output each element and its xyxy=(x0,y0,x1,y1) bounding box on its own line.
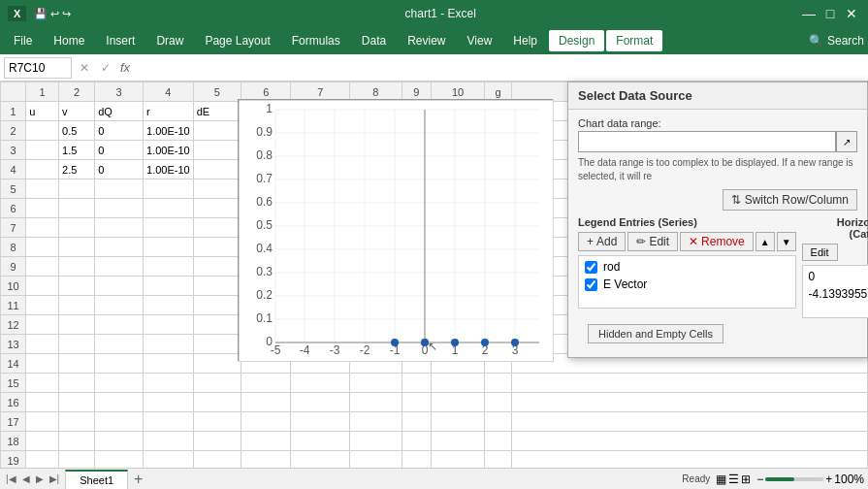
cell[interactable]: 0.5 xyxy=(59,121,95,141)
menu-file[interactable]: File xyxy=(4,30,42,51)
menu-design[interactable]: Design xyxy=(549,30,604,51)
legend-entries-section: Legend Entries (Series) + Add ✏ Edit ✕ xyxy=(578,216,796,318)
cell[interactable] xyxy=(26,121,59,141)
svg-text:-3: -3 xyxy=(330,343,340,357)
move-up-button[interactable]: ▲ xyxy=(755,232,775,251)
menu-view[interactable]: View xyxy=(458,30,502,51)
tab-nav-prev[interactable]: ◀ xyxy=(20,473,32,484)
cell[interactable]: 1.00E-10 xyxy=(144,160,194,179)
menu-help[interactable]: Help xyxy=(503,30,547,51)
tab-nav-first[interactable]: |◀ xyxy=(4,473,18,484)
legend-checkbox-rod[interactable] xyxy=(585,261,597,274)
cell[interactable] xyxy=(26,141,59,160)
move-down-button[interactable]: ▼ xyxy=(777,232,796,251)
cell[interactable] xyxy=(193,160,241,179)
cell[interactable] xyxy=(193,141,241,160)
menu-data[interactable]: Data xyxy=(352,30,396,51)
chart-point-evector xyxy=(511,339,519,346)
col-header-2[interactable]: 2 xyxy=(59,82,95,102)
remove-icon: ✕ xyxy=(689,235,698,248)
chart-data-range-input[interactable] xyxy=(578,131,836,152)
col-header-5[interactable]: 5 xyxy=(193,82,241,102)
row-num: 13 xyxy=(1,335,26,354)
page-layout-view-button[interactable]: ☰ xyxy=(728,473,739,486)
edit-horizontal-button[interactable]: Edit xyxy=(802,244,838,261)
formula-check: ✓ xyxy=(97,61,114,75)
search-label: Search xyxy=(827,34,864,48)
zoom-controls: − + 100% xyxy=(756,473,864,486)
formula-separator: ✕ xyxy=(76,61,93,75)
maximize-button[interactable]: □ xyxy=(821,5,839,22)
sheet-tab-sheet1[interactable]: Sheet1 xyxy=(65,470,128,489)
tab-nav-last[interactable]: ▶| xyxy=(48,473,62,484)
cell[interactable] xyxy=(26,179,59,199)
col-header-1[interactable]: 1 xyxy=(26,82,59,102)
horizontal-list: 0 -4.139395556 xyxy=(802,265,868,318)
dialog-footer: Hidden and Empty Cells xyxy=(578,318,857,349)
menu-page-layout[interactable]: Page Layout xyxy=(195,30,279,51)
search-bar[interactable]: 🔍 Search xyxy=(809,34,864,48)
cell[interactable] xyxy=(193,121,241,141)
cell[interactable]: r xyxy=(144,102,194,121)
zoom-slider[interactable] xyxy=(765,477,823,481)
close-button[interactable]: ✕ xyxy=(843,5,860,22)
cell[interactable]: dE xyxy=(193,102,241,121)
cell[interactable]: 2.5 xyxy=(59,160,95,179)
cell[interactable] xyxy=(26,160,59,179)
menu-formulas[interactable]: Formulas xyxy=(282,30,350,51)
tab-nav-next[interactable]: ▶ xyxy=(34,473,46,484)
col-header-4[interactable]: 4 xyxy=(144,82,194,102)
edit-series-button[interactable]: ✏ Edit xyxy=(627,232,678,251)
cell[interactable]: 0 xyxy=(95,121,144,141)
cell[interactable]: 1.00E-10 xyxy=(144,141,194,160)
cell[interactable]: 0 xyxy=(95,141,144,160)
cell-reference-input[interactable] xyxy=(4,57,72,79)
page-break-view-button[interactable]: ⊞ xyxy=(741,473,751,486)
menu-draw[interactable]: Draw xyxy=(146,30,193,51)
menu-insert[interactable]: Insert xyxy=(96,30,145,51)
legend-item-rod[interactable]: rod xyxy=(581,258,793,276)
menu-format[interactable]: Format xyxy=(606,30,662,51)
chart-area[interactable]: 1 0.9 0.8 0.7 0.6 0.5 0.4 0.3 0.2 0.1 0 xyxy=(238,99,553,361)
tab-bar: |◀ ◀ ▶ ▶| Sheet1 + Ready ▦ ☰ ⊞ − + 100% xyxy=(0,468,868,489)
menu-review[interactable]: Review xyxy=(398,30,455,51)
title-bar: X 💾 ↩ ↪ chart1 - Excel — □ ✕ xyxy=(0,0,868,27)
cell[interactable]: dQ xyxy=(95,102,144,121)
add-sheet-button[interactable]: + xyxy=(128,471,148,488)
zoom-in-button[interactable]: + xyxy=(825,473,832,486)
horiz-item-2: -4.139395556 xyxy=(805,285,868,303)
hidden-empty-cells-button[interactable]: Hidden and Empty Cells xyxy=(588,324,723,343)
switch-row-column-button[interactable]: ⇅ Switch Row/Column xyxy=(723,189,857,211)
cell[interactable]: 1.5 xyxy=(59,141,95,160)
menu-home[interactable]: Home xyxy=(44,30,94,51)
formula-input[interactable] xyxy=(136,59,864,77)
collapse-button[interactable]: ↗ xyxy=(836,131,857,152)
svg-text:↖: ↖ xyxy=(428,340,437,353)
switch-row-column-label: Switch Row/Column xyxy=(745,193,849,207)
row-num: 4 xyxy=(1,160,26,179)
table-row: 17 xyxy=(1,412,868,432)
remove-label: Remove xyxy=(701,235,745,248)
cell[interactable]: v xyxy=(59,102,95,121)
add-series-button[interactable]: + Add xyxy=(578,232,626,251)
legend-checkbox-evector[interactable] xyxy=(585,278,597,291)
col-header-3[interactable]: 3 xyxy=(95,82,144,102)
cell[interactable]: 1.00E-10 xyxy=(144,121,194,141)
row-num: 6 xyxy=(1,199,26,218)
remove-series-button[interactable]: ✕ Remove xyxy=(680,232,754,251)
legend-item-evector[interactable]: E Vector xyxy=(581,276,793,293)
minimize-button[interactable]: — xyxy=(800,5,818,22)
view-controls: ▦ ☰ ⊞ xyxy=(716,473,751,486)
svg-text:0.8: 0.8 xyxy=(256,148,273,162)
svg-text:-5: -5 xyxy=(271,343,281,357)
row-num: 16 xyxy=(1,393,26,412)
spreadsheet-area: 1 2 3 4 5 6 7 8 9 10 g 1 u xyxy=(0,82,868,468)
zoom-out-button[interactable]: − xyxy=(756,473,763,486)
horizontal-categories-section: Horizontal (Catego Edit 0 -4.139395556 xyxy=(802,216,868,318)
cell[interactable]: 0 xyxy=(95,160,144,179)
edit-label: Edit xyxy=(649,235,669,248)
cell[interactable]: u xyxy=(26,102,59,121)
fx-label: fx xyxy=(118,60,132,75)
row-num: 5 xyxy=(1,179,26,199)
normal-view-button[interactable]: ▦ xyxy=(716,473,726,486)
